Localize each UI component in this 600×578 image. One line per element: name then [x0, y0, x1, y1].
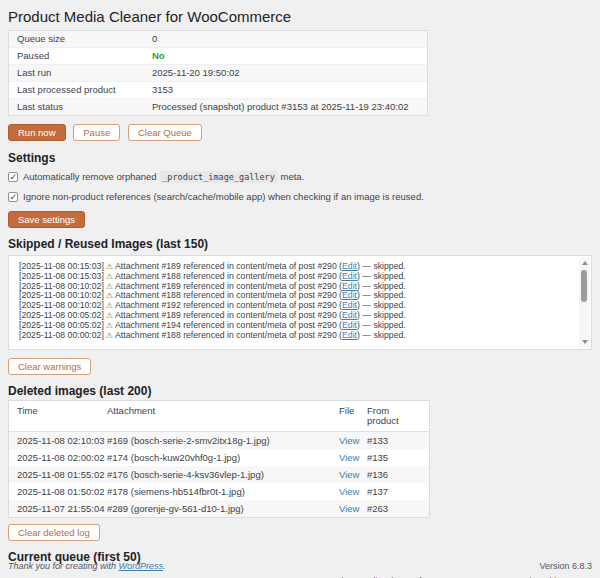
edit-link[interactable]: Edit — [342, 271, 357, 281]
deleted-time: 2025-11-08 02:10:03 — [17, 432, 107, 449]
deleted-attachment: #174 (bosch-kuw20vhf0g-1.jpg) — [107, 449, 339, 466]
clear-queue-button[interactable]: Clear Queue — [128, 124, 202, 141]
edit-link[interactable]: Edit — [342, 330, 357, 340]
deleted-attachment: #169 (bosch-serie-2-smv2itx18g-1.jpg) — [107, 432, 339, 449]
view-link[interactable]: View — [339, 435, 359, 446]
status-label: Paused — [9, 48, 144, 64]
status-label: Last run — [9, 65, 144, 81]
warning-icon: ⚠ — [106, 311, 113, 320]
log-timestamp: [2025-11-08 00:10:02] — [19, 300, 104, 310]
log-timestamp: [2025-11-08 00:05:02] — [19, 320, 104, 330]
admin-page: Product Media Cleaner for WooCommerce Qu… — [0, 0, 600, 578]
warning-icon: ⚠ — [106, 272, 113, 281]
deleted-table-header: Time Attachment File From product — [9, 401, 429, 432]
log-timestamp: [2025-11-08 00:05:02] — [19, 310, 104, 320]
ignore-non-product-refs-checkbox[interactable] — [8, 192, 18, 202]
warning-icon: ⚠ — [106, 331, 113, 340]
footer-thankyou: Thank you for creating with WordPress. — [8, 561, 166, 571]
status-value: Processed (snapshot) product #3153 at 20… — [144, 99, 427, 115]
admin-footer: Thank you for creating with WordPress. V… — [8, 561, 592, 571]
page-title: Product Media Cleaner for WooCommerce — [8, 10, 592, 24]
log-tail: ) — skipped. — [357, 320, 406, 330]
status-value: No — [144, 48, 427, 64]
run-now-button[interactable]: Run now — [8, 124, 66, 141]
status-value: 2025-11-20 19:50:02 — [144, 65, 427, 81]
deleted-from-product: #263 — [367, 500, 421, 517]
status-row: Last processed product 3153 — [9, 82, 427, 99]
log-message: Attachment #188 referenced in content/me… — [115, 271, 342, 281]
log-message: Attachment #189 referenced in content/me… — [115, 310, 342, 320]
log-message: Attachment #192 referenced in content/me… — [115, 300, 342, 310]
log-timestamp: [2025-11-08 00:15:03] — [19, 271, 104, 281]
wordpress-link[interactable]: WordPress — [119, 561, 164, 571]
log-tail: ) — skipped. — [357, 261, 406, 271]
log-message: Attachment #189 referenced in content/me… — [115, 281, 342, 291]
table-row: 2025-11-08 01:50:02 #178 (siemens-hb514f… — [9, 483, 429, 500]
save-settings-button[interactable]: Save settings — [8, 211, 85, 228]
view-link[interactable]: View — [339, 452, 359, 463]
scrollbar-thumb[interactable] — [581, 270, 587, 302]
status-row: Paused No — [9, 48, 427, 65]
meta-key-code: _product_image_gallery — [159, 171, 278, 183]
log-lines: [2025-11-08 00:15:03]⚠Attachment #189 re… — [19, 262, 575, 340]
clear-deleted-row: Clear deleted log — [8, 524, 592, 541]
view-link[interactable]: View — [339, 503, 359, 514]
deleted-time: 2025-11-07 21:55:04 — [17, 500, 107, 517]
log-message: Attachment #189 referenced in content/me… — [115, 261, 342, 271]
view-link[interactable]: View — [339, 486, 359, 497]
log-tail: ) — skipped. — [357, 290, 406, 300]
scrollbar-down-icon[interactable] — [582, 340, 588, 344]
setting-ignore-non-product-refs[interactable]: Ignore non-product references (search/ca… — [8, 191, 592, 203]
column-header-time: Time — [17, 401, 107, 431]
pause-button[interactable]: Pause — [73, 124, 120, 141]
view-link[interactable]: View — [339, 469, 359, 480]
edit-link[interactable]: Edit — [342, 300, 357, 310]
edit-link[interactable]: Edit — [342, 281, 357, 291]
deleted-heading: Deleted images (last 200) — [8, 385, 592, 397]
status-row: Last status Processed (snapshot) product… — [9, 99, 427, 115]
edit-link[interactable]: Edit — [342, 320, 357, 330]
table-row: 2025-11-08 02:10:03 #169 (bosch-serie-2-… — [9, 432, 429, 449]
log-timestamp: [2025-11-08 00:15:03] — [19, 261, 104, 271]
edit-link[interactable]: Edit — [342, 261, 357, 271]
deleted-attachment: #178 (siemens-hb514fbr0t-1.jpg) — [107, 483, 339, 500]
skipped-log-box[interactable]: [2025-11-08 00:15:03]⚠Attachment #189 re… — [8, 255, 592, 350]
log-message: Attachment #188 referenced in content/me… — [115, 330, 342, 340]
deleted-from-product: #137 — [367, 483, 421, 500]
log-message: Attachment #194 referenced in content/me… — [115, 320, 342, 330]
warning-icon: ⚠ — [106, 262, 113, 271]
deleted-attachment: #289 (gorenje-gv-561-d10-1.jpg) — [107, 500, 339, 517]
table-row: 2025-11-07 21:55:04 #289 (gorenje-gv-561… — [9, 500, 429, 517]
deleted-from-product: #136 — [367, 466, 421, 483]
setting-remove-orphaned-meta[interactable]: Automatically remove orphaned _product_i… — [8, 171, 592, 183]
log-timestamp: [2025-11-08 00:10:02] — [19, 281, 104, 291]
remove-orphaned-meta-checkbox[interactable] — [8, 172, 18, 182]
deleted-time: 2025-11-08 01:55:02 — [17, 466, 107, 483]
deleted-from-product: #135 — [367, 449, 421, 466]
warning-icon: ⚠ — [106, 291, 113, 300]
scrollbar-up-icon[interactable] — [582, 261, 588, 265]
column-header-attachment: Attachment — [107, 401, 339, 431]
status-value: 3153 — [144, 82, 427, 98]
warning-icon: ⚠ — [106, 282, 113, 291]
deleted-from-product: #133 — [367, 432, 421, 449]
column-header-file: File — [339, 401, 367, 431]
log-entry: [2025-11-08 00:00:02]⚠Attachment #188 re… — [19, 331, 575, 341]
status-label: Last processed product — [9, 82, 144, 98]
queue-actions: Run now Pause Clear Queue — [8, 124, 592, 141]
edit-link[interactable]: Edit — [342, 310, 357, 320]
skipped-heading: Skipped / Reused Images (last 150) — [8, 238, 592, 250]
log-timestamp: [2025-11-08 00:10:02] — [19, 290, 104, 300]
status-value: 0 — [144, 31, 427, 47]
setting-label: Ignore non-product references (search/ca… — [23, 191, 424, 203]
log-tail: ) — skipped. — [357, 281, 406, 291]
scrollbar[interactable] — [579, 257, 590, 348]
clear-deleted-log-button[interactable]: Clear deleted log — [8, 524, 100, 541]
clear-warnings-button[interactable]: Clear warnings — [8, 358, 91, 375]
column-header-from-product: From product — [367, 401, 421, 431]
table-row: 2025-11-08 02:00:02 #174 (bosch-kuw20vhf… — [9, 449, 429, 466]
edit-link[interactable]: Edit — [342, 290, 357, 300]
deleted-attachment: #176 (bosch-serie-4-ksv36vlep-1.jpg) — [107, 466, 339, 483]
log-tail: ) — skipped. — [357, 330, 406, 340]
log-tail: ) — skipped. — [357, 300, 406, 310]
